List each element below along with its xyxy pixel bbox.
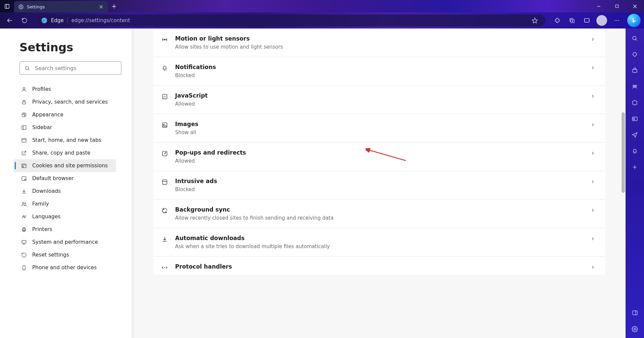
reset-icon bbox=[21, 252, 27, 258]
sidebar-item-privacy[interactable]: Privacy, search, and services bbox=[13, 96, 116, 108]
address-bar[interactable]: Edge edge://settings/content bbox=[36, 14, 545, 26]
popup-icon bbox=[161, 150, 168, 157]
svg-point-66 bbox=[635, 85, 637, 87]
svg-point-40 bbox=[22, 202, 23, 204]
permission-subtitle: Allow recently closed sites to finish se… bbox=[175, 215, 589, 221]
svg-text:JS: JS bbox=[163, 95, 166, 98]
svg-rect-64 bbox=[633, 69, 637, 72]
favorite-button[interactable] bbox=[529, 14, 541, 26]
permission-row-images[interactable]: Images Show all bbox=[154, 114, 605, 143]
chevron-right-icon bbox=[589, 64, 596, 71]
sidebar-item-reset[interactable]: Reset settings bbox=[13, 248, 116, 261]
site-identity[interactable]: Edge bbox=[41, 17, 67, 24]
sidebar-settings-icon[interactable] bbox=[631, 325, 639, 333]
screenshot-button[interactable] bbox=[580, 14, 593, 27]
minimize-button[interactable] bbox=[590, 0, 608, 12]
main-panel: Motion or light sensors Allow sites to u… bbox=[134, 29, 626, 338]
svg-point-21 bbox=[25, 66, 29, 69]
gear-icon bbox=[18, 4, 23, 9]
menu-button[interactable] bbox=[610, 14, 623, 27]
chevron-right-icon bbox=[589, 178, 596, 185]
permissions-list: Motion or light sensors Allow sites to u… bbox=[154, 29, 605, 275]
svg-point-41 bbox=[24, 203, 26, 204]
office-icon[interactable] bbox=[631, 99, 639, 106]
ads-icon bbox=[161, 178, 168, 186]
shopping-icon[interactable] bbox=[631, 51, 639, 58]
tab-title: Settings bbox=[27, 4, 95, 9]
sidebar-item-default-browser[interactable]: Default browser bbox=[13, 172, 116, 185]
permission-row-background-sync[interactable]: Background sync Allow recently closed si… bbox=[154, 200, 605, 228]
svg-rect-45 bbox=[22, 240, 26, 243]
bell-icon[interactable] bbox=[631, 147, 639, 155]
tab-actions-button[interactable] bbox=[0, 0, 14, 12]
hide-sidebar-icon[interactable] bbox=[631, 309, 639, 317]
svg-rect-53 bbox=[162, 123, 167, 127]
sidebar-item-label: Privacy, search, and services bbox=[32, 99, 108, 105]
sidebar-item-languages[interactable]: Languages bbox=[13, 210, 116, 223]
sync-icon bbox=[161, 207, 168, 214]
url-text: edge://settings/content bbox=[71, 17, 130, 23]
permission-subtitle: Allow sites to use motion and light sens… bbox=[175, 44, 589, 50]
svg-rect-29 bbox=[22, 125, 26, 129]
sidebar-item-family[interactable]: Family bbox=[13, 198, 116, 210]
permission-title: Notifications bbox=[175, 64, 589, 70]
collections-button[interactable] bbox=[566, 14, 578, 27]
permission-subtitle: Show all bbox=[175, 129, 589, 135]
cookie-icon bbox=[21, 163, 27, 169]
svg-point-37 bbox=[24, 179, 25, 180]
window-icon bbox=[21, 137, 27, 143]
svg-point-62 bbox=[633, 36, 636, 40]
plus-icon[interactable] bbox=[631, 163, 639, 171]
bell-icon bbox=[161, 64, 168, 72]
svg-rect-71 bbox=[633, 311, 637, 315]
globe-icon bbox=[21, 175, 27, 181]
close-window-button[interactable] bbox=[626, 0, 644, 12]
sidebar-item-sidebar[interactable]: Sidebar bbox=[13, 121, 116, 134]
svg-rect-0 bbox=[5, 4, 9, 8]
sidebar-item-label: Languages bbox=[32, 214, 61, 220]
sidebar-item-phone[interactable]: Phone and other devices bbox=[13, 261, 116, 274]
permission-row-intrusive-ads[interactable]: Intrusive ads Blocked bbox=[154, 171, 605, 200]
permission-title: Automatic downloads bbox=[175, 235, 589, 241]
sidebar-item-share[interactable]: Share, copy and paste bbox=[13, 147, 116, 159]
bing-button[interactable] bbox=[627, 14, 641, 27]
download-icon bbox=[21, 188, 27, 194]
sidebar-item-printers[interactable]: Printers bbox=[13, 223, 116, 236]
protocol-icon bbox=[161, 264, 168, 271]
search-icon[interactable] bbox=[631, 35, 639, 42]
permission-row-protocol-handlers[interactable]: Protocol handlers bbox=[154, 257, 605, 275]
maximize-button[interactable] bbox=[608, 0, 626, 12]
new-tab-button[interactable] bbox=[108, 0, 120, 12]
settings-sidebar: Settings Profiles Privacy, search, and s… bbox=[0, 29, 134, 338]
close-tab-button[interactable] bbox=[98, 4, 104, 10]
extensions-button[interactable] bbox=[551, 14, 564, 27]
sidebar-item-system[interactable]: System and performance bbox=[13, 236, 116, 248]
permission-row-notifications[interactable]: Notifications Blocked bbox=[154, 57, 605, 86]
permission-row-automatic-downloads[interactable]: Automatic downloads Ask when a site trie… bbox=[154, 228, 605, 257]
tools-icon[interactable] bbox=[631, 67, 639, 74]
sidebar-item-start[interactable]: Start, home, and new tabs bbox=[13, 134, 116, 147]
permission-row-popups[interactable]: Pop-ups and redirects Allowed bbox=[154, 143, 605, 171]
sidebar-item-cookies[interactable]: Cookies and site permissions bbox=[13, 159, 116, 172]
sidebar-item-profiles[interactable]: Profiles bbox=[13, 83, 116, 96]
permission-title: Images bbox=[175, 121, 589, 127]
chevron-right-icon bbox=[589, 207, 596, 214]
permission-row-javascript[interactable]: JS JavaScript Allowed bbox=[154, 86, 605, 114]
browser-tab[interactable]: Settings bbox=[14, 1, 108, 12]
permission-title: Protocol handlers bbox=[175, 263, 589, 270]
search-input[interactable] bbox=[35, 65, 116, 71]
drop-icon[interactable] bbox=[631, 131, 639, 138]
search-settings-box[interactable] bbox=[19, 61, 121, 75]
permission-title: JavaScript bbox=[175, 92, 589, 99]
games-icon[interactable] bbox=[631, 83, 639, 90]
main-scrollbar[interactable] bbox=[622, 112, 625, 193]
outlook-icon[interactable] bbox=[631, 115, 639, 122]
permission-row-motion-sensors[interactable]: Motion or light sensors Allow sites to u… bbox=[154, 29, 605, 57]
sidebar-item-downloads[interactable]: Downloads bbox=[13, 185, 116, 198]
refresh-button[interactable] bbox=[18, 14, 31, 27]
chevron-right-icon bbox=[589, 150, 596, 157]
sidebar-item-appearance[interactable]: Appearance bbox=[13, 108, 116, 121]
back-button[interactable] bbox=[3, 14, 16, 27]
profile-avatar[interactable] bbox=[596, 15, 607, 26]
sidebar-scrollbar[interactable] bbox=[132, 55, 134, 96]
